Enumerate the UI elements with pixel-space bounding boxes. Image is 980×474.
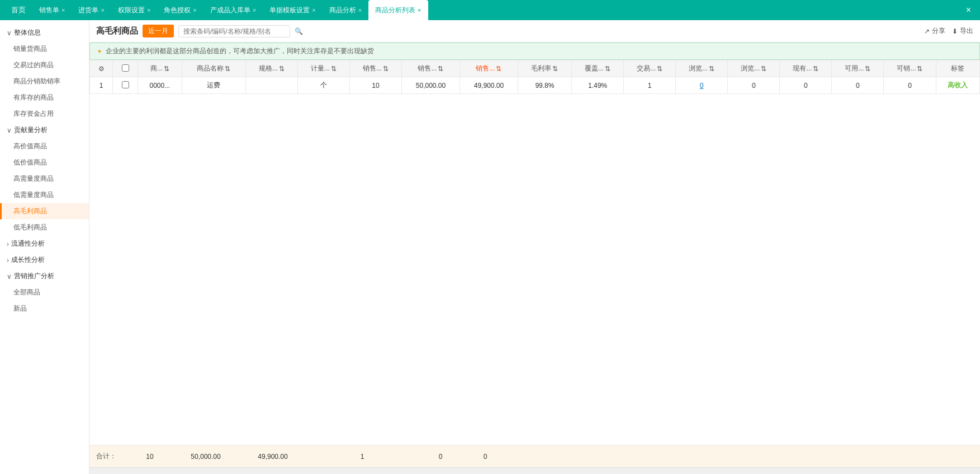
sort-sellable-stock[interactable]: 可销... ⇅ [897,64,922,73]
sort-transaction[interactable]: 交易... ⇅ [637,64,662,73]
sort-sales-qty[interactable]: 销售... ⇅ [363,64,389,73]
sidebar-group-marketing[interactable]: ∨ 营销推广分析 [0,268,89,284]
nav-sales-order[interactable]: 销售单 × [32,0,72,20]
sort-browse2[interactable]: 浏览... ⇅ [741,64,766,73]
cell-tag: 高收入 [936,77,979,94]
nav-permission[interactable]: 权限设置 × [111,0,157,20]
nav-product-analysis[interactable]: 商品分析 × [323,0,368,20]
alert-text: 企业的主要的利润都是这部分商品创造的，可考虑加大推广，同时关注库存是不要出现缺货 [106,46,374,56]
th-available-stock[interactable]: 可用... ⇅ [832,60,884,77]
th-coverage[interactable]: 覆盖... ⇅ [571,60,623,77]
cell-index: 1 [90,77,113,94]
nav-product-analysis-list[interactable]: 商品分析列表 × [368,0,428,20]
filter-recent-month-button[interactable]: 近一月 [143,25,174,37]
sidebar-item-high-margin[interactable]: 高毛利商品 [0,203,89,219]
th-browse1[interactable]: 浏览... ⇅ [676,60,728,77]
sidebar-group-liquidity[interactable]: › 流通性分析 [0,236,89,252]
sort-gross-margin[interactable]: 毛利率 ⇅ [531,64,558,73]
cell-sellable-stock: 0 [884,77,936,94]
share-button[interactable]: ↗ 分享 [924,26,945,36]
th-spec[interactable]: 规格... ⇅ [245,60,297,77]
sort-sales-amount[interactable]: 销售... ⇅ [418,64,443,73]
content-area: 高毛利商品 近一月 🔍 ↗ 分享 ⬇ 导出 ✦ 企业的主要的利润都是这部分商品创… [89,20,980,474]
window-close-button[interactable]: × [962,5,976,15]
th-current-stock[interactable]: 现有... ⇅ [780,60,832,77]
nav-close-purchase[interactable]: × [101,7,104,13]
th-tag: 标签 [936,60,979,77]
select-all-checkbox[interactable] [122,64,129,72]
cell-checkbox[interactable] [113,77,138,94]
nav-close-template[interactable]: × [312,7,315,13]
footer-browse2: 0 [463,453,508,461]
nav-close-permission[interactable]: × [147,7,150,13]
sidebar-collapse-button[interactable]: ◀ [89,201,89,222]
sidebar-item-low-demand[interactable]: 低需量度商品 [0,187,89,203]
nav-role[interactable]: 角色授权 × [157,0,203,20]
sort-sales-profit[interactable]: 销售... ⇅ [476,64,501,73]
th-settings[interactable]: ⚙ [90,60,113,77]
sort-coverage[interactable]: 覆盖... ⇅ [585,64,610,73]
sidebar-item-stock-goods[interactable]: 有库存的商品 [0,90,89,106]
th-transaction[interactable]: 交易... ⇅ [624,60,676,77]
th-unit[interactable]: 计量... ⇅ [297,60,349,77]
export-button[interactable]: ⬇ 导出 [952,26,973,36]
th-browse2[interactable]: 浏览... ⇅ [728,60,780,77]
sidebar-item-high-value[interactable]: 高价值商品 [0,138,89,154]
table-wrapper: ⚙ 商... ⇅ 商品名称 ⇅ 规格... ⇅ 计量... ⇅ 销售... ⇅ … [89,60,980,445]
sidebar-item-low-value[interactable]: 低价值商品 [0,154,89,171]
sidebar-item-new-goods[interactable]: 新品 [0,301,89,317]
nav-close-product-inbound[interactable]: × [253,7,256,13]
sort-code[interactable]: 商... ⇅ [150,64,169,73]
alert-icon: ✦ [97,48,102,55]
sidebar-group-contribution[interactable]: ∨ 贡献量分析 [0,122,89,138]
th-sellable-stock[interactable]: 可销... ⇅ [884,60,936,77]
th-sales-amount[interactable]: 销售... ⇅ [401,60,460,77]
nav-close-product-analysis-list[interactable]: × [418,7,421,13]
cell-gross-margin: 99.8% [518,77,571,94]
top-navigation: 首页 销售单 × 进货单 × 权限设置 × 角色授权 × 产成品入库单 × 单据… [0,0,980,20]
nav-purchase[interactable]: 进货单 × [72,0,111,20]
cell-current-stock: 0 [780,77,832,94]
share-icon: ↗ [924,27,930,35]
th-gross-margin[interactable]: 毛利率 ⇅ [518,60,571,77]
nav-product-inbound[interactable]: 产成品入库单 × [203,0,263,20]
footer-sales-profit: 49,900.00 [239,453,306,461]
export-icon: ⬇ [952,27,958,35]
sort-browse1[interactable]: 浏览... ⇅ [689,64,714,73]
th-name[interactable]: 商品名称 ⇅ [182,60,246,77]
page-title: 高毛利商品 [96,26,138,36]
sidebar-item-high-demand[interactable]: 高需量度商品 [0,171,89,187]
search-input[interactable] [178,25,290,37]
sort-unit[interactable]: 计量... ⇅ [311,64,337,73]
main-area: ◀ ∨ 整体信息 销量货商品 交易过的商品 商品分销助销率 有库存的商品 库存资… [0,20,980,474]
sidebar-item-distribution-rate[interactable]: 商品分销助销率 [0,73,89,90]
sort-spec[interactable]: 规格... ⇅ [259,64,285,73]
search-icon[interactable]: 🔍 [295,27,303,35]
th-sales-profit[interactable]: 销售... ⇅ [460,60,518,77]
cell-sales-profit: 49,900.00 [460,77,518,94]
sort-available-stock[interactable]: 可用... ⇅ [845,64,870,73]
nav-home[interactable]: 首页 [4,0,32,20]
sort-current-stock[interactable]: 现有... ⇅ [793,64,818,73]
nav-close-product-analysis[interactable]: × [358,7,362,13]
nav-close-sales[interactable]: × [61,7,65,13]
cell-unit: 个 [297,77,349,94]
sidebar-group-growth[interactable]: › 成长性分析 [0,252,89,268]
cell-name: 运费 [182,77,246,94]
th-sales-qty[interactable]: 销售... ⇅ [349,60,401,77]
nav-close-role[interactable]: × [193,7,196,13]
sort-name[interactable]: 商品名称 ⇅ [197,64,230,73]
th-checkbox[interactable] [113,60,138,77]
sidebar-item-stock-capital[interactable]: 库存资金占用 [0,106,89,122]
table-header-row: ⚙ 商... ⇅ 商品名称 ⇅ 规格... ⇅ 计量... ⇅ 销售... ⇅ … [90,60,980,77]
sidebar-item-traded-goods[interactable]: 交易过的商品 [0,57,89,73]
sidebar-item-low-margin[interactable]: 低毛利商品 [0,219,89,236]
cell-browse1[interactable]: 0 [676,77,728,94]
sidebar-item-all-goods[interactable]: 全部商品 [0,284,89,301]
row-checkbox[interactable] [122,81,129,88]
nav-template[interactable]: 单据模板设置 × [263,0,322,20]
sidebar-item-sales-goods[interactable]: 销量货商品 [0,41,89,57]
horizontal-scrollbar[interactable] [89,467,980,474]
sidebar-group-overall[interactable]: ∨ 整体信息 [0,25,89,41]
th-code[interactable]: 商... ⇅ [138,60,182,77]
